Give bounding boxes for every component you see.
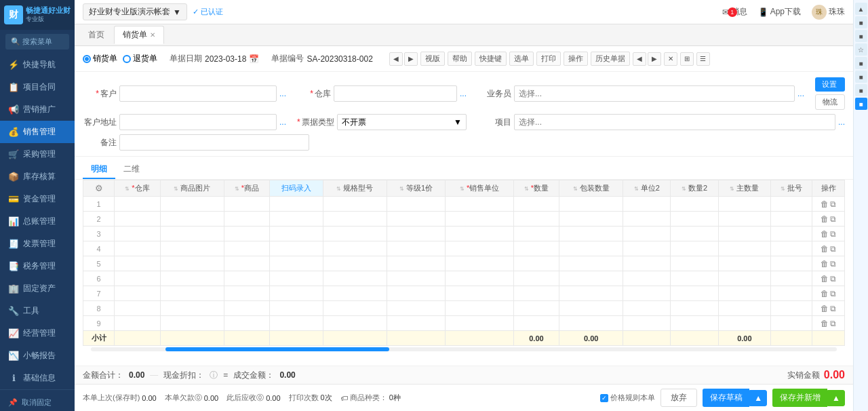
cell-0[interactable] [115,256,161,271]
company-selector[interactable]: 好业财专业版演示帐套 ▼ [83,3,187,20]
copy-icon[interactable]: ⧉ [830,229,836,239]
cell-5[interactable] [387,227,446,241]
cell-0[interactable] [115,271,161,286]
cell-5[interactable] [387,271,446,286]
cell-5[interactable] [387,197,446,212]
cell-1[interactable] [160,256,224,271]
cell-11[interactable] [718,271,771,286]
shortcut-btn[interactable]: 快捷键 [475,52,507,66]
save-new-main-btn[interactable]: 保存并新增 [772,389,827,407]
cell-9[interactable] [623,197,671,212]
sidebar-item-quick-nav[interactable]: ⚡ 快捷导航 [0,54,75,76]
cell-10[interactable] [671,316,718,331]
cell-0[interactable] [115,241,161,256]
rp-btn-3[interactable]: ■ [855,30,867,42]
cell-8[interactable] [559,256,623,271]
cell-11[interactable] [718,227,771,241]
close-btn[interactable]: ✕ [664,52,677,66]
app-download-btn[interactable]: 📱 App下载 [758,6,801,18]
cell-1[interactable] [160,301,224,316]
cell-3[interactable] [270,256,323,271]
sidebar-item-sales[interactable]: 💰 销售管理 [0,121,75,143]
prev-arrow[interactable]: ◀ [389,52,403,66]
radio-sale[interactable]: 销货单 [83,53,117,64]
cell-8[interactable] [559,286,623,301]
cell-9[interactable] [623,241,671,256]
cell-12[interactable] [771,241,812,256]
cell-11[interactable] [718,286,771,301]
cell-2[interactable] [224,301,270,316]
next-arrow[interactable]: ▶ [404,52,418,66]
save-new-arrow-btn[interactable]: ▲ [827,390,845,406]
warehouse-ellipsis[interactable]: ... [460,89,467,98]
calendar-icon[interactable]: 📅 [249,54,259,64]
cell-7[interactable] [513,197,559,212]
radio-return[interactable]: 退货单 [123,53,157,64]
cell-5[interactable] [387,241,446,256]
cell-10[interactable] [671,271,718,286]
cell-6[interactable] [446,286,513,301]
cell-6[interactable] [446,241,513,256]
cell-3[interactable] [270,271,323,286]
delete-icon[interactable]: 🗑 [821,289,829,298]
help-btn[interactable]: 帮助 [448,52,472,66]
cell-12[interactable] [771,316,812,331]
customer-input[interactable] [119,85,277,102]
cell-4[interactable] [323,241,387,256]
cell-12[interactable] [771,271,812,286]
cell-10[interactable] [671,197,718,212]
sidebar-item-basic-info[interactable]: ℹ 基础信息 [0,367,75,389]
rp-btn-8[interactable]: ■ [855,98,867,110]
delete-icon[interactable]: 🗑 [821,229,829,239]
cell-4[interactable] [323,197,387,212]
table-scrollbar[interactable] [91,347,837,351]
cell-0[interactable] [115,197,161,212]
rp-btn-6[interactable]: ■ [855,71,867,83]
delete-icon[interactable]: 🗑 [821,274,829,283]
cell-9[interactable] [623,227,671,241]
rp-btn-2[interactable]: ■ [855,16,867,28]
cell-2[interactable] [224,197,270,212]
sidebar-item-invoices[interactable]: 🧾 发票管理 [0,233,75,255]
sidebar-item-marketing[interactable]: 📢 营销推广 [0,98,75,121]
delete-icon[interactable]: 🗑 [821,259,829,269]
print-btn[interactable]: 打印 [536,52,561,66]
cell-9[interactable] [623,271,671,286]
remark-input[interactable] [119,134,309,151]
cell-7[interactable] [513,271,559,286]
list-view-btn[interactable]: ☰ [696,52,710,66]
cell-12[interactable] [771,212,812,227]
salesperson-input[interactable] [514,85,795,102]
delete-icon[interactable]: 🗑 [821,304,829,313]
cell-6[interactable] [446,256,513,271]
cell-3[interactable] [270,286,323,301]
cell-10[interactable] [671,241,718,256]
tab-2d[interactable]: 二维 [115,161,148,179]
cell-5[interactable] [387,286,446,301]
cell-1[interactable] [160,286,224,301]
cell-3[interactable] [270,241,323,256]
save-draft-main-btn[interactable]: 保存草稿 [703,389,749,407]
cell-2[interactable] [224,212,270,227]
delete-icon[interactable]: 🗑 [821,199,829,209]
sidebar-item-assets[interactable]: 🏢 固定资产 [0,277,75,300]
cell-0[interactable] [115,301,161,316]
cell-1[interactable] [160,227,224,241]
copy-icon[interactable]: ⧉ [830,304,836,313]
cell-1[interactable] [160,316,224,331]
salesperson-ellipsis[interactable]: ... [797,89,804,98]
copy-icon[interactable]: ⧉ [830,274,836,283]
operate-btn[interactable]: 操作 [564,52,588,66]
project-ellipsis[interactable]: ... [838,117,845,127]
cell-3[interactable] [270,197,323,212]
delete-icon[interactable]: 🗑 [821,244,829,254]
copy-icon[interactable]: ⧉ [830,259,836,269]
copy-icon[interactable]: ⧉ [830,199,836,209]
cell-1[interactable] [160,241,224,256]
sidebar-item-purchase[interactable]: 🛒 采购管理 [0,143,75,165]
cell-9[interactable] [623,301,671,316]
delete-icon[interactable]: 🗑 [821,319,829,328]
cell-12[interactable] [771,197,812,212]
tab-sale-order[interactable]: 销货单 ✕ [114,26,164,44]
cell-8[interactable] [559,271,623,286]
